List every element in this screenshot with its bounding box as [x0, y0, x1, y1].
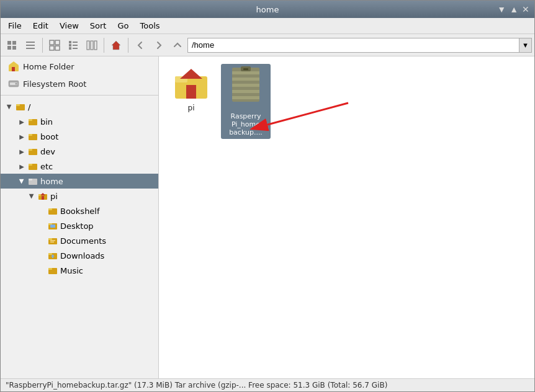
toolbar-toggle-btn1[interactable]: [3, 37, 20, 54]
tree-label-home: home: [40, 177, 63, 186]
svg-rect-5: [26, 45, 35, 46]
folder-icon-root: [16, 102, 25, 112]
location-input[interactable]: [187, 38, 519, 53]
svg-rect-48: [52, 228, 53, 229]
tree-label-dev: dev: [40, 147, 55, 156]
tree-expand-home[interactable]: ▶: [19, 177, 25, 185]
menu-file[interactable]: File: [3, 19, 27, 32]
svg-rect-44: [48, 208, 52, 210]
svg-rect-70: [243, 68, 248, 70]
svg-rect-3: [12, 46, 16, 50]
svg-rect-18: [91, 41, 93, 50]
tree-label-music: Music: [60, 266, 83, 275]
statusbar-text: "RaspberryPi_homebackup.tar.gz" (17.3 Mi…: [6, 381, 387, 390]
svg-rect-51: [50, 240, 55, 241]
svg-rect-30: [29, 119, 32, 121]
svg-rect-38: [29, 179, 32, 180]
tree-item-bookshelf[interactable]: Bookshelf: [1, 203, 158, 218]
svg-rect-32: [29, 134, 32, 136]
toolbar-back-btn[interactable]: [132, 37, 149, 54]
tree-item-home[interactable]: ▶ home: [1, 174, 158, 189]
menu-edit[interactable]: Edit: [28, 19, 53, 32]
toolbar-toggle-btn2[interactable]: [22, 37, 39, 54]
file-item-archive[interactable]: Rasperry Pi_home backup....: [221, 64, 271, 139]
svg-rect-62: [189, 90, 194, 99]
tree-expand-boot[interactable]: ▶: [18, 133, 25, 140]
drive-icon: [8, 78, 19, 89]
tree-item-downloads[interactable]: Downloads: [1, 248, 158, 263]
home-folder-icon: [8, 61, 19, 72]
maximize-button[interactable]: ▲: [510, 4, 518, 14]
menu-view[interactable]: View: [55, 19, 84, 32]
tree-label-root: /: [28, 102, 30, 112]
file-item-archive-label: Rasperry Pi_home backup....: [223, 112, 268, 136]
home-folder-icon-pi: [38, 191, 48, 201]
tree-item-pi[interactable]: ▶ pi: [1, 189, 158, 203]
svg-rect-7: [50, 40, 54, 45]
tree-item-music[interactable]: Music: [1, 263, 158, 278]
svg-rect-9: [50, 46, 54, 50]
svg-rect-52: [50, 242, 54, 243]
svg-rect-8: [55, 40, 60, 45]
svg-rect-64: [232, 71, 259, 74]
folder-icon-boot: [28, 131, 38, 141]
sidebar-item-home-folder[interactable]: Home Folder: [1, 58, 158, 75]
svg-rect-68: [232, 96, 259, 99]
toolbar-up-btn[interactable]: [169, 37, 186, 54]
menu-sort[interactable]: Sort: [85, 19, 112, 32]
folder-icon-home: [28, 176, 38, 186]
menu-go[interactable]: Go: [112, 19, 133, 32]
home-folder-large-icon: [174, 66, 209, 101]
svg-rect-11: [69, 41, 71, 43]
folder-icon-dev: [28, 146, 38, 156]
toolbar-forward-btn[interactable]: [150, 37, 168, 54]
toolbar-list-btn[interactable]: [65, 37, 82, 54]
menu-tools[interactable]: Tools: [135, 19, 165, 32]
main-area: Home Folder Filesystem Root ▶: [1, 56, 534, 378]
statusbar: "RaspberryPi_homebackup.tar.gz" (17.3 Mi…: [1, 378, 534, 391]
tree-expand-etc[interactable]: ▶: [18, 163, 25, 170]
svg-marker-22: [9, 61, 19, 65]
svg-rect-23: [12, 67, 15, 71]
tree-label-bin: bin: [40, 117, 53, 127]
location-dropdown-btn[interactable]: ▾: [519, 38, 532, 53]
svg-rect-6: [26, 48, 35, 49]
tree-item-boot[interactable]: ▶ boot: [1, 129, 158, 144]
toolbar-separator-1: [42, 38, 43, 53]
svg-rect-34: [29, 149, 32, 151]
toolbar-separator-2: [104, 38, 104, 53]
svg-rect-66: [232, 84, 259, 87]
tree-item-bin[interactable]: ▶ bin: [1, 114, 158, 129]
tree-item-desktop[interactable]: Desktop: [1, 218, 158, 233]
svg-rect-1: [12, 41, 16, 45]
tree-expand-dev[interactable]: ▶: [18, 148, 25, 155]
tree-item-etc[interactable]: ▶ etc: [1, 159, 158, 174]
toolbar-show-icons-btn[interactable]: [46, 37, 63, 54]
svg-marker-60: [180, 69, 202, 79]
folder-icon-etc: [28, 161, 38, 171]
tree-item-root[interactable]: ▶ /: [1, 99, 158, 114]
toolbar: ▾: [1, 34, 534, 56]
toolbar-separator-3: [128, 38, 128, 53]
close-button[interactable]: ✕: [522, 4, 529, 14]
svg-rect-54: [48, 253, 52, 255]
folder-icon-desktop: [48, 221, 58, 231]
tree-item-dev[interactable]: ▶ dev: [1, 144, 158, 159]
file-pane: pi: [159, 56, 534, 378]
svg-rect-67: [232, 90, 259, 93]
tree-expand-pi[interactable]: ▶: [29, 192, 35, 200]
tree-item-documents[interactable]: Documents: [1, 233, 158, 248]
file-item-pi[interactable]: pi: [166, 64, 216, 115]
toolbar-home-btn[interactable]: [107, 37, 125, 54]
sidebar-home-folder-label: Home Folder: [23, 62, 74, 71]
svg-marker-20: [112, 41, 120, 50]
toolbar-columns-btn[interactable]: [83, 37, 101, 54]
tree-expand-bin[interactable]: ▶: [18, 118, 25, 125]
menubar: File Edit View Sort Go Tools: [1, 18, 534, 34]
sidebar-filesystem-label: Filesystem Root: [23, 79, 86, 89]
sidebar-item-filesystem[interactable]: Filesystem Root: [1, 75, 158, 92]
folder-icon-bookshelf: [48, 206, 58, 216]
folder-icon-music: [48, 265, 58, 275]
minimize-button[interactable]: ▼: [497, 4, 506, 14]
tree-expand-root[interactable]: ▶: [6, 103, 13, 110]
